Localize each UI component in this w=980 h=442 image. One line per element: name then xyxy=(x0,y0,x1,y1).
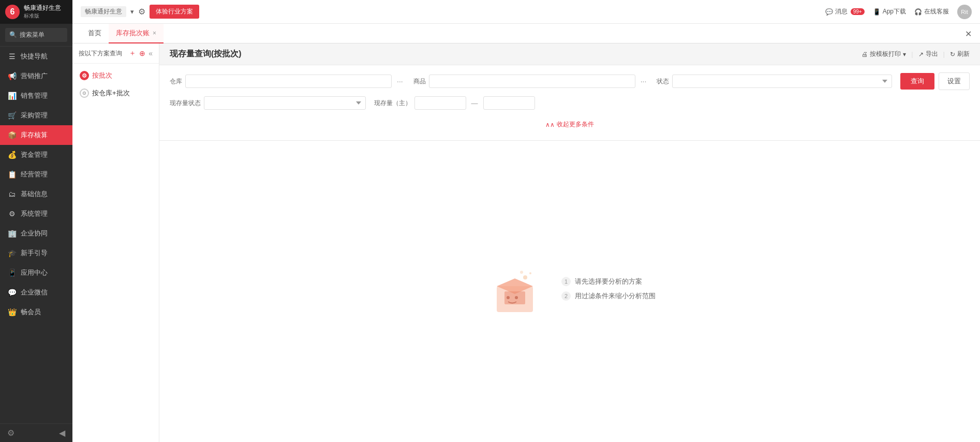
dropdown-icon: ▾ xyxy=(130,8,134,16)
sidebar-item-system[interactable]: ⚙ 系统管理 xyxy=(0,204,72,224)
page-header: 现存量查询(按批次) 🖨 按模板打印 ▾ | ↗ 导出 | ↻ xyxy=(159,43,980,65)
sidebar-item-purchase[interactable]: 🛒 采购管理 xyxy=(0,106,72,125)
filter-settings-button[interactable]: 设置 xyxy=(939,72,970,90)
sidebar-item-label: 销售管理 xyxy=(21,91,48,100)
sidebar-nav: ☰ 快捷导航 📢 营销推广 📊 销售管理 🛒 采购管理 📦 库存核算 💰 资金管… xyxy=(0,47,72,423)
export-button[interactable]: ↗ 导出 xyxy=(918,50,938,58)
tab-batch[interactable]: 库存批次账 × xyxy=(109,24,164,43)
scheme-active-icon: ⚙ xyxy=(80,71,89,80)
refresh-icon: ↻ xyxy=(950,51,955,58)
wechat-icon: 💬 xyxy=(7,288,17,297)
messages-badge: 99+ xyxy=(851,8,865,15)
add-icon: ＋ xyxy=(129,49,136,57)
query-button[interactable]: 查询 xyxy=(900,73,934,90)
sidebar-item-operations[interactable]: 📋 经营管理 xyxy=(0,165,72,184)
stock-qty-end-input[interactable] xyxy=(483,96,535,110)
filter-row-2: 现存量状态 现存量（主） — xyxy=(170,96,970,110)
online-service-button[interactable]: 🎧 在线客服 xyxy=(914,7,949,16)
logo-text: 6 xyxy=(10,7,15,17)
stock-qty-start-input[interactable] xyxy=(414,96,466,110)
sidebar-item-label: 企业微信 xyxy=(21,288,48,297)
sidebar-item-members[interactable]: 👑 畅会员 xyxy=(0,302,72,322)
filter-area: 仓库 ··· 商品 ··· 状态 xyxy=(159,65,980,141)
inventory-icon: 📦 xyxy=(7,130,17,140)
sidebar-item-newbie[interactable]: 🎓 新手引导 xyxy=(0,243,72,263)
divider: | xyxy=(911,50,913,58)
sidebar-item-label: 资金管理 xyxy=(21,150,48,159)
message-icon: 💬 xyxy=(825,8,833,16)
tab-home[interactable]: 首页 xyxy=(81,24,109,43)
scheme-collapse-button[interactable]: « xyxy=(149,49,153,58)
chevron-up-icon: ∧∧ xyxy=(545,121,555,128)
sidebar-item-label: 应用中心 xyxy=(21,268,48,277)
close-icon: ✕ xyxy=(965,29,972,38)
sidebar-search-area[interactable]: 🔍 搜索菜单 xyxy=(0,24,72,47)
empty-step-2-label: 用过滤条件来缩小分析范围 xyxy=(575,291,656,301)
scheme-panel: 按以下方案查询 ＋ ⊕ « ⚙ xyxy=(72,43,159,442)
sidebar-item-label: 采购管理 xyxy=(21,111,48,120)
sidebar-item-basics[interactable]: 🗂 基础信息 xyxy=(0,184,72,204)
sidebar-item-wechat[interactable]: 💬 企业微信 xyxy=(0,283,72,302)
sidebar-item-finance[interactable]: 💰 资金管理 xyxy=(0,145,72,165)
search-menu-button[interactable]: 🔍 搜索菜单 xyxy=(5,28,67,42)
sidebar-item-quick-nav[interactable]: ☰ 快捷导航 xyxy=(0,47,72,66)
experience-button[interactable]: 体验行业方案 xyxy=(150,5,199,19)
svg-point-3 xyxy=(523,275,527,279)
warehouse-input[interactable] xyxy=(185,75,392,88)
sidebar-settings-button[interactable]: ⚙ xyxy=(7,428,14,438)
warehouse-dots-button[interactable]: ··· xyxy=(395,77,405,85)
company-label: 畅康通好生意 xyxy=(81,6,126,17)
sidebar-item-marketing[interactable]: 📢 营销推广 xyxy=(0,66,72,86)
close-tab-button[interactable]: ✕ xyxy=(965,28,972,38)
topbar-settings-button[interactable]: ⚙ xyxy=(138,7,145,17)
sales-icon: 📊 xyxy=(7,91,17,100)
tab-home-label: 首页 xyxy=(88,28,101,38)
sidebar-item-inventory[interactable]: 📦 库存核算 xyxy=(0,125,72,145)
stock-status-select[interactable] xyxy=(204,96,366,110)
sidebar-item-sales[interactable]: 📊 销售管理 xyxy=(0,86,72,106)
product-dots-button[interactable]: ··· xyxy=(639,77,649,85)
sidebar-item-enterprise[interactable]: 🏢 企业协同 xyxy=(0,224,72,243)
scheme-item-warehouse-batch[interactable]: ⊙ 按仓库+批次 xyxy=(72,84,159,102)
sidebar-collapse-button[interactable]: ◀ xyxy=(59,428,65,438)
app-download-button[interactable]: 📱 App下载 xyxy=(873,7,906,16)
sidebar-item-label: 库存核算 xyxy=(21,130,48,140)
filter-stock-qty: 现存量（主） — xyxy=(374,96,570,110)
scheme-settings-button[interactable]: ⊕ xyxy=(139,49,145,58)
apps-icon: 📱 xyxy=(7,268,17,277)
export-icon: ↗ xyxy=(918,51,924,58)
company-dropdown-button[interactable]: ▾ xyxy=(130,8,134,16)
settings-icon: ⚙ xyxy=(7,429,14,437)
sidebar-item-apps[interactable]: 📱 应用中心 xyxy=(0,263,72,283)
phone-icon: 📱 xyxy=(873,8,881,16)
avatar-placeholder: Rit xyxy=(961,9,968,15)
tabbar: 首页 库存批次账 × ✕ xyxy=(72,24,980,43)
company-name: 畅康通好生意 xyxy=(24,4,61,12)
product-input[interactable] xyxy=(429,75,635,88)
add-scheme-button[interactable]: ＋ xyxy=(129,49,136,58)
stock-qty-label: 现存量（主） xyxy=(374,99,411,108)
gear-icon: ⚙ xyxy=(138,7,145,16)
filter-stock-status: 现存量状态 xyxy=(170,96,366,110)
edition-label: 标准版 xyxy=(24,12,61,20)
basics-icon: 🗂 xyxy=(7,189,17,199)
collapse-more-button[interactable]: ∧∧ 收起更多条件 xyxy=(170,116,970,133)
print-icon: 🖨 xyxy=(862,51,868,58)
print-button[interactable]: 🖨 按模板打印 ▾ xyxy=(862,50,906,58)
messages-button[interactable]: 💬 消息 99+ xyxy=(825,7,865,16)
sidebar-item-label: 快捷导航 xyxy=(21,52,48,61)
page-title: 现存量查询(按批次) xyxy=(170,49,242,60)
sidebar-item-label: 企业协同 xyxy=(21,229,48,238)
messages-label: 消息 xyxy=(835,7,848,16)
scheme-item-label: 按仓库+批次 xyxy=(92,89,130,98)
user-avatar[interactable]: Rit xyxy=(957,5,972,19)
refresh-button[interactable]: ↻ 刷新 xyxy=(950,50,970,58)
scheme-inactive-icon: ⊙ xyxy=(80,89,89,98)
sidebar-logo: 6 xyxy=(5,5,20,19)
svg-point-4 xyxy=(529,272,531,274)
empty-text-area: 1 请先选择要分析的方案 2 用过滤条件来缩小分析范围 xyxy=(561,277,656,306)
tab-batch-close-button[interactable]: × xyxy=(153,30,156,36)
export-label: 导出 xyxy=(926,50,938,58)
status-select[interactable] xyxy=(672,75,892,88)
scheme-item-batch[interactable]: ⚙ 按批次 xyxy=(72,67,159,84)
